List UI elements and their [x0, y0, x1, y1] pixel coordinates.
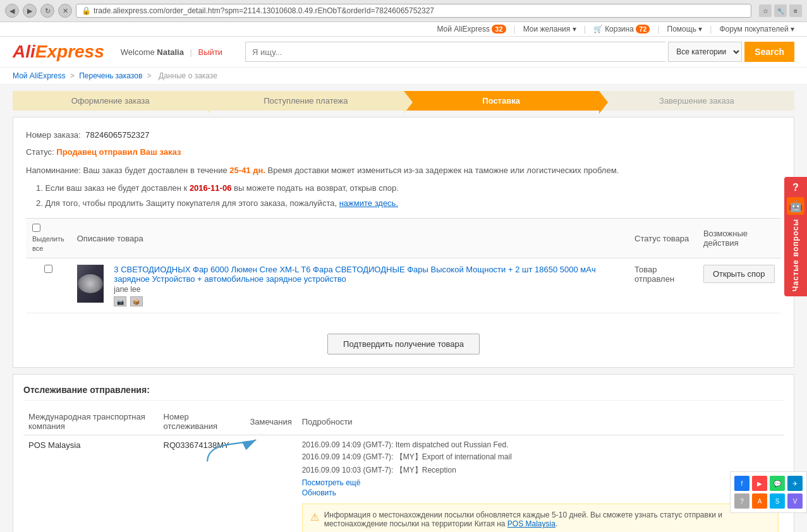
select-all-header: Выделить все — [26, 219, 71, 258]
note1-date: 2016-11-06 — [190, 183, 232, 193]
close-button[interactable]: ✕ — [58, 4, 72, 18]
breadcrumb-link-orders[interactable]: Перечень заказов — [79, 71, 142, 80]
table-row: 3 СВЕТОДИОДНЫХ Фар 6000 Люмен Cree XM-L … — [26, 258, 781, 313]
tracking-info-text: Информация о местонахождении посылки обн… — [324, 511, 770, 528]
browser-chrome: ◀ ▶ ↻ ✕ 🔒 trade.aliexpress.com/order_det… — [0, 0, 807, 22]
top-navigation: Мой AliExpress 32 | Мои желания ▾ | 🛒 Ко… — [0, 22, 807, 37]
chevron-down-icon-forum: ▾ — [791, 25, 794, 33]
see-more-link[interactable]: Посмотреть ещё — [302, 478, 779, 487]
back-button[interactable]: ◀ — [5, 4, 19, 18]
order-detail-section: Номер заказа: 78246065752327 Статус: Про… — [13, 117, 794, 368]
social-icon-6[interactable]: A — [752, 493, 767, 509]
header: AliExpress Welcome Natalia | Выйти Все к… — [0, 37, 807, 68]
my-aliexpress-badge: 32 — [492, 25, 506, 33]
social-icon-5[interactable]: ? — [734, 493, 749, 509]
order-status-row: Статус: Продавец отправил Ваш заказ — [26, 147, 781, 157]
search-area: Все категории Search — [245, 42, 794, 62]
status-value: Продавец отправил Ваш заказ — [56, 147, 181, 157]
tracking-event-3: 2016.09.09 10:03 (GMT-7): 【MY】Reception — [302, 465, 779, 476]
order-number-row: Номер заказа: 78246065752327 — [26, 130, 781, 140]
wishlist-link[interactable]: Мои желания ▾ — [523, 25, 576, 33]
carrier-cell: POS Malaysia — [23, 435, 159, 532]
col-details: Подробности — [297, 408, 784, 435]
extend-protection-link[interactable]: нажмите здесь. — [339, 198, 398, 208]
progress-step-2: Поступление платежа — [208, 91, 403, 111]
logout-link[interactable]: Выйти — [198, 47, 223, 57]
progress-step-1: Оформление заказа — [13, 91, 208, 111]
cart-badge: 72 — [636, 25, 650, 33]
social-icon-1[interactable]: f — [734, 476, 749, 491]
reminder-row: Напоминание: Ваш заказ будет доставлен в… — [26, 164, 781, 177]
aliexpress-logo: AliExpress — [13, 43, 104, 61]
social-icon-8[interactable]: V — [787, 493, 803, 509]
my-aliexpress-link[interactable]: Мой AliExpress 32 — [437, 25, 506, 33]
category-select[interactable]: Все категории — [668, 42, 742, 62]
info-icon: ⚠ — [310, 511, 319, 523]
open-dispute-button[interactable]: Открыть спор — [703, 265, 775, 283]
reminder-days: 25-41 дн. — [229, 166, 265, 175]
tracking-event-1: 2016.09.09 14:09 (GMT-7): Item dispatche… — [302, 440, 779, 449]
progress-step-3: Поставка — [404, 91, 599, 111]
divider2: | — [584, 25, 586, 33]
order-table: Выделить все Описание товара Статус това… — [26, 218, 781, 313]
breadcrumb-separator2: > — [147, 71, 154, 80]
tracking-section: Отслеживание отправления: Международная … — [13, 374, 794, 532]
extension-icon[interactable]: 🔧 — [774, 4, 787, 17]
details-cell: 2016.09.09 14:09 (GMT-7): Item dispatche… — [297, 435, 784, 532]
order-progress: Оформление заказа Поступление платежа По… — [13, 91, 794, 111]
tracking-event-2: 2016.09.09 14:09 (GMT-7): 【MY】Export of … — [302, 452, 779, 462]
tracking-number-cell: RQ033674138MY — [159, 435, 245, 532]
question-mark-icon: ? — [792, 182, 799, 193]
separator: | — [190, 47, 192, 57]
social-icon-7[interactable]: S — [770, 493, 785, 509]
order-number-value: 78246065752327 — [85, 130, 149, 140]
bottom-icons-bar: f ▶ 💬 ✈ ? A S V — [730, 471, 807, 513]
social-icon-3[interactable]: 💬 — [770, 476, 785, 491]
seller-name: jane lee — [114, 285, 622, 294]
breadcrumb-separator1: > — [70, 71, 76, 80]
note-1: 1. Если ваш заказ не будет доставлен к 2… — [36, 182, 781, 195]
confirm-receipt-button[interactable]: Подтвердить получение товара — [327, 334, 480, 354]
tracking-row: POS Malaysia RQ033674138MY — [23, 435, 784, 532]
menu-icon[interactable]: ≡ — [789, 4, 802, 17]
product-icons: 📷 📦 — [114, 296, 622, 306]
divider1: | — [514, 25, 516, 33]
row-checkbox[interactable] — [44, 265, 52, 273]
product-desc-header: Описание товара — [71, 219, 628, 258]
welcome-section: Welcome Natalia | Выйти — [121, 47, 222, 57]
cart-link[interactable]: 🛒 Корзина 72 — [593, 25, 650, 33]
pos-malaysia-link[interactable]: POS Malaysia — [507, 519, 555, 528]
divider4: | — [710, 25, 712, 33]
product-desc-cell: 3 СВЕТОДИОДНЫХ Фар 6000 Люмен Cree XM-L … — [71, 258, 628, 313]
status-label: Статус: — [26, 147, 54, 157]
forum-link[interactable]: Форум покупателей ▾ — [719, 25, 794, 33]
social-icon-4[interactable]: ✈ — [787, 476, 803, 491]
url-text: trade.aliexpress.com/order_detail.htm?sp… — [94, 6, 434, 15]
breadcrumb-link-my-aliexpress[interactable]: Мой AliExpress — [13, 71, 66, 80]
chevron-down-icon: ▾ — [573, 25, 576, 33]
chat-widget[interactable]: ? 🤖 Частые вопросы — [784, 177, 807, 296]
product-image — [77, 265, 104, 303]
reminder-text: Ваш заказ будет доставлен в течение — [83, 166, 227, 175]
address-bar[interactable]: 🔒 trade.aliexpress.com/order_detail.htm?… — [76, 4, 751, 18]
tracking-info-box: ⚠ Информация о местонахождении посылки о… — [302, 504, 779, 532]
help-link[interactable]: Помощь ▾ — [667, 25, 703, 33]
search-input[interactable] — [245, 42, 665, 62]
product-status-value: Товар отправлен — [634, 265, 674, 284]
search-button[interactable]: Search — [744, 42, 794, 62]
forward-button[interactable]: ▶ — [23, 4, 37, 18]
possible-actions-cell: Открыть спор — [697, 258, 781, 313]
product-name-link[interactable]: 3 СВЕТОДИОДНЫХ Фар 6000 Люмен Cree XM-L … — [114, 265, 595, 284]
refresh-link[interactable]: Обновить — [302, 488, 779, 497]
browser-icons: ☆ 🔧 ≡ — [759, 4, 802, 17]
chat-label: Частые вопросы — [791, 219, 800, 291]
social-icon-2[interactable]: ▶ — [752, 476, 767, 491]
divider3: | — [657, 25, 659, 33]
select-all-checkbox[interactable] — [32, 224, 40, 232]
reminder-label: Напоминание: — [26, 166, 81, 175]
cart-icon: 🛒 — [593, 25, 603, 33]
star-icon[interactable]: ☆ — [759, 4, 772, 17]
product-icon-2: 📦 — [130, 296, 143, 306]
refresh-button[interactable]: ↻ — [40, 4, 54, 18]
product-status-header: Статус товара — [628, 219, 697, 258]
